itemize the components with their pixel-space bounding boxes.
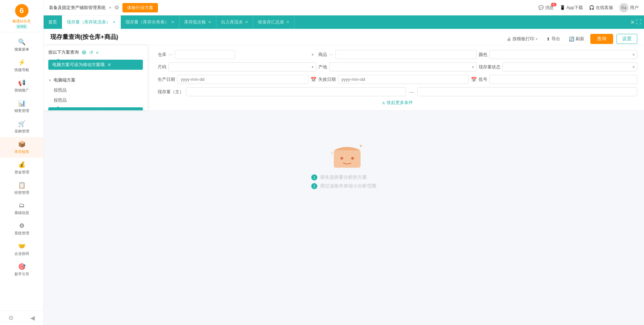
refresh-label: 刷新 xyxy=(576,36,584,42)
tab-in-out-flow-close[interactable]: ✕ xyxy=(245,20,248,24)
sales-icon: 📊 xyxy=(18,100,25,107)
brand-name: 畅通好生意 xyxy=(12,19,31,23)
user-btn[interactable]: Ea 用户 xyxy=(619,3,639,12)
svg-rect-0 xyxy=(334,150,361,168)
stock-qty-to-input[interactable] xyxy=(417,87,637,96)
online-support-btn[interactable]: 🎧 在线客服 xyxy=(589,5,613,11)
expire-date-calendar-icon[interactable]: 📅 xyxy=(471,77,477,82)
refresh-btn[interactable]: 🔄 刷新 xyxy=(566,35,587,43)
sidebar-item-purchase[interactable]: 🛒 采购管理 xyxy=(0,117,43,137)
sidebar-item-sales[interactable]: 📊 销售管理 xyxy=(0,96,43,117)
stock-qty-from-input[interactable] xyxy=(186,87,406,96)
tabs-right-controls: ✕ ⛶ xyxy=(630,19,644,25)
goods-dots[interactable]: ··· xyxy=(329,52,333,58)
system-dropdown-icon[interactable]: ▾ xyxy=(109,5,111,10)
search-menu-icon: 🔍 xyxy=(18,38,25,46)
collapse-chevron-icon: ∧ xyxy=(382,100,385,105)
scheme-tooltip-1-close[interactable]: ✕ xyxy=(107,62,111,67)
goods-input[interactable] xyxy=(335,50,477,59)
tab-batch-account-close[interactable]: ✕ xyxy=(208,20,211,24)
sidebar-item-quick-nav[interactable]: ⚡ 快捷导航 xyxy=(0,55,43,76)
step-2-text: 用过滤条件来缩小分析范围 xyxy=(320,183,376,189)
origin-label: 产地 xyxy=(318,64,327,70)
content-area: 现存量查询(按仓库+商品) 🖨 按模板打印 ▾ ⬆ 导出 🔄 刷新 查询 设置 xyxy=(44,29,644,325)
finance-icon: 💰 xyxy=(18,161,25,168)
tab-in-out-flow[interactable]: 出入库流水 ✕ xyxy=(216,15,253,29)
app-download-btn[interactable]: 📱 App下载 xyxy=(560,5,583,11)
warehouse-cell: 仓库 ··· xyxy=(158,50,316,59)
empty-illustration: ✦ ✦ xyxy=(327,138,361,168)
tab-close-all-btn[interactable]: ✕ xyxy=(630,19,635,25)
size-select[interactable] xyxy=(168,62,316,71)
stock-status-select[interactable] xyxy=(502,62,637,71)
sidebar-label-search: 搜索菜单 xyxy=(14,47,29,52)
stock-qty-cell: 现存量（主） — xyxy=(158,87,637,96)
color-label: 颜色 xyxy=(479,52,487,58)
sidebar-item-enterprise[interactable]: 🤝 企业协同 xyxy=(0,239,43,260)
batch-input[interactable] xyxy=(489,75,637,84)
tab-inventory-status-close[interactable]: ✕ xyxy=(112,20,116,24)
color-select[interactable] xyxy=(489,50,637,59)
scheme-tooltip-2-close[interactable]: ✕ xyxy=(107,110,111,110)
message-badge: 6 xyxy=(551,3,556,6)
tab-home[interactable]: 首页 xyxy=(44,15,62,29)
sidebar-label-enterprise: 企业协同 xyxy=(14,251,29,256)
prod-date-input[interactable] xyxy=(177,75,309,84)
online-support-label: 在线客服 xyxy=(596,5,613,11)
scheme-item-1[interactable]: 按照品 xyxy=(47,85,144,95)
batch-cell: 批号 xyxy=(479,75,637,84)
origin-select[interactable] xyxy=(329,62,477,71)
warehouse-dots[interactable]: ··· xyxy=(168,52,173,58)
collapse-btn[interactable]: ∧ 收起更多条件 xyxy=(158,100,637,106)
tab-inventory-dist-close[interactable]: ✕ xyxy=(171,20,174,24)
scheme-refresh-btn[interactable]: ↺ xyxy=(89,50,93,55)
app-download-label: App下载 xyxy=(567,5,583,11)
sidebar-label-finance: 资金管理 xyxy=(14,170,29,175)
expire-date-input[interactable] xyxy=(338,75,469,84)
scheme-add-btn[interactable]: ⊕ xyxy=(82,49,87,56)
tab-in-out-flow-label: 出入库流水 xyxy=(221,19,243,25)
tab-inventory-dist-label: 现存量（库存分布表） xyxy=(125,19,169,25)
export-btn[interactable]: ⬆ 导出 xyxy=(544,35,563,43)
tab-receive-send-close[interactable]: ✕ xyxy=(286,20,289,24)
sidebar-item-basic[interactable]: 🗂 基础信息 xyxy=(0,199,43,219)
reset-btn[interactable]: 设置 xyxy=(616,34,637,44)
sidebar-item-finance[interactable]: 💰 资金管理 xyxy=(0,158,43,178)
step-1-num: 1 xyxy=(311,174,317,180)
sidebar-item-system[interactable]: ⚙ 系统管理 xyxy=(0,219,43,239)
print-template-label: 按模板打印 xyxy=(513,36,534,42)
tab-receive-send[interactable]: 收发存汇总表 ✕ xyxy=(253,15,294,29)
sidebar-settings-btn[interactable]: ⚙ xyxy=(8,314,14,322)
tab-fullscreen-btn[interactable]: ⛶ xyxy=(636,19,641,25)
stock-status-label: 现存量状态 xyxy=(479,64,500,70)
sidebar-item-marketing[interactable]: 📢 营销推广 xyxy=(0,76,43,96)
experience-btn[interactable]: 体验行业方案 xyxy=(122,3,158,12)
collapse-label: 收起更多条件 xyxy=(387,100,413,106)
sidebar-item-search-menu[interactable]: 🔍 搜索菜单 xyxy=(0,35,43,55)
tab-receive-send-label: 收发存汇总表 xyxy=(258,19,284,25)
tab-inventory-dist[interactable]: 现存量（库存分布表） ✕ xyxy=(121,15,179,29)
export-label: 导出 xyxy=(551,36,560,42)
sidebar-item-inventory[interactable]: 📦 库存核算 xyxy=(0,137,43,158)
tab-batch-account[interactable]: 库存批次账 ✕ xyxy=(179,15,216,29)
sidebar-collapse-btn[interactable]: ◀ xyxy=(30,314,35,322)
prod-date-calendar-icon[interactable]: 📅 xyxy=(311,77,316,82)
tab-inventory-status[interactable]: 现存量（库存状况表） ✕ xyxy=(62,15,121,29)
print-template-btn[interactable]: 🖨 按模板打印 ▾ xyxy=(504,35,540,43)
filter-row-1: 仓库 ··· 商品 ··· 颜色 xyxy=(158,50,637,59)
scheme-group-desktop-header[interactable]: ▼ 电脑端方案 xyxy=(47,75,144,85)
page-header: 现存量查询(按仓库+商品) 🖨 按模板打印 ▾ ⬆ 导出 🔄 刷新 查询 设置 xyxy=(44,29,644,45)
message-btn[interactable]: 💬 消息 6 xyxy=(538,5,554,11)
sidebar-logo: 6 畅通好生意 标准版 xyxy=(0,0,43,32)
topbar: 装备及固定资产辅助管理系统 ▾ ⚙ 体验行业方案 💬 消息 6 📱 App下载 … xyxy=(44,0,644,15)
sidebar-item-operation[interactable]: 📋 经营管理 xyxy=(0,178,43,199)
scheme-item-2[interactable]: 按照品 xyxy=(47,95,144,105)
warehouse-input[interactable] xyxy=(175,50,235,59)
query-btn[interactable]: 查询 xyxy=(590,34,613,44)
sidebar-item-newbie[interactable]: 🎯 新手引导 xyxy=(0,260,43,280)
inventory-icon: 📦 xyxy=(18,141,25,148)
topbar-settings-icon[interactable]: ⚙ xyxy=(114,4,119,11)
scheme-tooltip-2-text: 这里可以创建和修改方案哦 xyxy=(52,109,105,110)
scheme-collapse-btn[interactable]: « xyxy=(96,50,99,55)
svg-point-1 xyxy=(340,157,343,160)
